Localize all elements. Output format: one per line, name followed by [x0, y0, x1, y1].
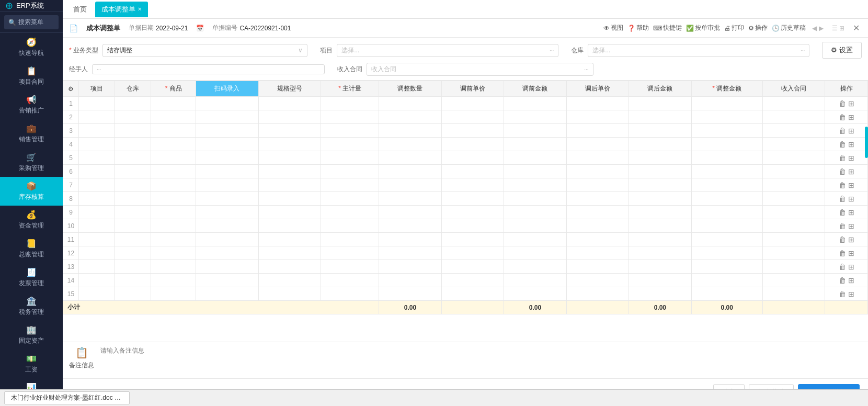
cell-before-price-4[interactable]	[441, 138, 504, 151]
cell-scan-13[interactable]	[196, 260, 258, 274]
delete-row-15[interactable]: 🗑	[839, 290, 846, 298]
cell-adjust-amount-14[interactable]	[691, 274, 762, 287]
cell-after-price-4[interactable]	[566, 138, 629, 151]
cell-project-7[interactable]	[79, 178, 115, 192]
cell-warehouse-13[interactable]	[115, 260, 151, 274]
cell-before-price-6[interactable]	[441, 165, 504, 178]
cell-before-price-14[interactable]	[441, 274, 504, 287]
cell-before-price-12[interactable]	[441, 246, 504, 260]
cell-adjust-qty-1[interactable]	[379, 97, 441, 110]
cell-adjust-amount-11[interactable]	[691, 233, 762, 246]
cell-scan-10[interactable]	[196, 219, 258, 233]
cell-product-5[interactable]	[151, 151, 196, 165]
cell-after-price-8[interactable]	[566, 192, 629, 206]
sidebar-search-area[interactable]: 🔍 搜索菜单	[0, 12, 63, 33]
cell-spec-7[interactable]	[258, 178, 321, 192]
cell-unit-10[interactable]	[321, 219, 379, 233]
cell-scan-1[interactable]	[196, 97, 258, 110]
cell-adjust-qty-14[interactable]	[379, 274, 441, 287]
cell-after-amount-13[interactable]	[629, 260, 691, 274]
cell-income-contract-10[interactable]	[762, 219, 825, 233]
cell-product-15[interactable]	[151, 287, 196, 301]
cell-before-price-7[interactable]	[441, 178, 504, 192]
income-contract-input[interactable]: 收入合同 ···	[367, 63, 593, 76]
cell-after-amount-8[interactable]	[629, 192, 691, 206]
cell-project-15[interactable]	[79, 287, 115, 301]
cell-after-price-14[interactable]	[566, 274, 629, 287]
cell-after-price-10[interactable]	[566, 219, 629, 233]
cell-spec-3[interactable]	[258, 124, 321, 138]
cell-before-amount-13[interactable]	[504, 260, 566, 274]
cell-unit-11[interactable]	[321, 233, 379, 246]
copy-row-8[interactable]: ⊞	[848, 195, 854, 203]
search-menu-button[interactable]: 🔍 搜索菜单	[4, 15, 59, 29]
cell-after-price-15[interactable]	[566, 287, 629, 301]
sidebar-item-sales[interactable]: 💼销售管理	[0, 119, 63, 148]
cell-before-price-10[interactable]	[441, 219, 504, 233]
cell-after-amount-3[interactable]	[629, 124, 691, 138]
copy-row-2[interactable]: ⊞	[848, 113, 854, 121]
cell-spec-10[interactable]	[258, 219, 321, 233]
sidebar-item-project-contract[interactable]: 📋项目合同	[0, 62, 63, 91]
cell-after-price-5[interactable]	[566, 151, 629, 165]
cell-after-price-6[interactable]	[566, 165, 629, 178]
cell-before-price-9[interactable]	[441, 206, 504, 219]
cell-unit-7[interactable]	[321, 178, 379, 192]
cell-adjust-qty-2[interactable]	[379, 110, 441, 124]
cell-before-amount-5[interactable]	[504, 151, 566, 165]
cell-product-1[interactable]	[151, 97, 196, 110]
cell-warehouse-15[interactable]	[115, 287, 151, 301]
cell-before-amount-10[interactable]	[504, 219, 566, 233]
cell-warehouse-3[interactable]	[115, 124, 151, 138]
cell-adjust-amount-6[interactable]	[691, 165, 762, 178]
cell-project-4[interactable]	[79, 138, 115, 151]
cell-adjust-amount-12[interactable]	[691, 246, 762, 260]
cell-after-price-13[interactable]	[566, 260, 629, 274]
cell-adjust-amount-10[interactable]	[691, 219, 762, 233]
delete-row-8[interactable]: 🗑	[839, 195, 846, 203]
cell-unit-1[interactable]	[321, 97, 379, 110]
project-input[interactable]: 选择... ···	[337, 44, 558, 57]
sidebar-item-assets[interactable]: 🏢固定资产	[0, 321, 63, 349]
delete-row-11[interactable]: 🗑	[839, 235, 846, 244]
cell-product-9[interactable]	[151, 206, 196, 219]
cell-after-amount-10[interactable]	[629, 219, 691, 233]
copy-row-12[interactable]: ⊞	[848, 249, 854, 257]
cell-before-amount-3[interactable]	[504, 124, 566, 138]
cell-after-amount-12[interactable]	[629, 246, 691, 260]
cell-spec-11[interactable]	[258, 233, 321, 246]
cell-spec-8[interactable]	[258, 192, 321, 206]
cell-before-price-3[interactable]	[441, 124, 504, 138]
cell-after-amount-11[interactable]	[629, 233, 691, 246]
taskbar-wps-item[interactable]: 木门行业好业财处理方案-墨红红.doc - WPS Office	[4, 391, 130, 404]
cell-income-contract-13[interactable]	[762, 260, 825, 274]
tab-home[interactable]: 首页	[67, 2, 93, 17]
cell-product-2[interactable]	[151, 110, 196, 124]
cell-scan-5[interactable]	[196, 151, 258, 165]
tab-cost-adjust[interactable]: 成本调整单 ✕	[95, 2, 148, 17]
help-button[interactable]: ❓ 帮助	[627, 24, 649, 32]
col-scan[interactable]: 扫码录入	[196, 81, 258, 97]
cell-unit-9[interactable]	[321, 206, 379, 219]
cell-after-price-11[interactable]	[566, 233, 629, 246]
cell-scan-9[interactable]	[196, 206, 258, 219]
cell-spec-4[interactable]	[258, 138, 321, 151]
cell-project-12[interactable]	[79, 246, 115, 260]
calendar-icon[interactable]: 📅	[196, 25, 204, 32]
cell-spec-12[interactable]	[258, 246, 321, 260]
cell-warehouse-1[interactable]	[115, 97, 151, 110]
cell-spec-5[interactable]	[258, 151, 321, 165]
cell-warehouse-14[interactable]	[115, 274, 151, 287]
cell-adjust-qty-11[interactable]	[379, 233, 441, 246]
cell-income-contract-7[interactable]	[762, 178, 825, 192]
delete-row-4[interactable]: 🗑	[839, 140, 846, 149]
cell-project-1[interactable]	[79, 97, 115, 110]
cell-product-3[interactable]	[151, 124, 196, 138]
cell-after-price-2[interactable]	[566, 110, 629, 124]
cell-product-12[interactable]	[151, 246, 196, 260]
cell-spec-15[interactable]	[258, 287, 321, 301]
copy-row-4[interactable]: ⊞	[848, 140, 854, 149]
cell-after-amount-14[interactable]	[629, 274, 691, 287]
cell-income-contract-4[interactable]	[762, 138, 825, 151]
cell-adjust-qty-6[interactable]	[379, 165, 441, 178]
